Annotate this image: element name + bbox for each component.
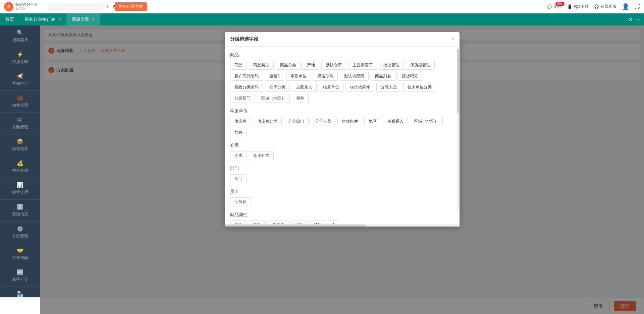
field-tag-payment-conditions[interactable]: 收付款条件 — [345, 83, 374, 92]
header-right: 💬 消息 99+ 📱 App下载 🎧 在线客服 👤 ⛶ — [547, 3, 640, 10]
sidebar-item-search[interactable]: 🔍 搜索菜单 — [0, 25, 40, 47]
field-tag-goods-type[interactable]: 商品类型 — [249, 61, 274, 70]
field-tag-goods-alias[interactable]: 商品别名 — [371, 72, 395, 81]
sidebar-item-finance[interactable]: 💰 资金管理 — [0, 156, 40, 178]
avatar-icon: 👤 — [622, 3, 629, 10]
section-dept: 部门 部门 — [230, 166, 454, 183]
sidebar-item-newbie[interactable]: 🆕 新手引导 — [0, 265, 40, 287]
app-download[interactable]: 📱 App下载 — [567, 4, 589, 9]
field-tag-mgmt-dept[interactable]: 分管部门 — [230, 94, 255, 103]
field-tag-short-name[interactable]: 简称 — [292, 94, 309, 103]
expand-icon[interactable]: ⛶ — [635, 4, 640, 10]
tab-new-plan-label: 新建方案 — [72, 16, 89, 22]
field-tag-one[interactable]: 1 — [328, 221, 339, 224]
search-menu-icon: 🔍 — [17, 29, 23, 36]
dropdown-arrow[interactable]: ▼ — [105, 4, 110, 9]
field-tag-partner-category[interactable]: 往来单位分类 — [403, 83, 436, 92]
sidebar-item-quick-nav[interactable]: ⚡ 快捷导航 — [0, 47, 40, 69]
logo-sub: 标普版 — [15, 7, 38, 11]
sidebar-item-purchase[interactable]: 🛒 采购管理 — [0, 113, 40, 134]
field-tag-main-contact[interactable]: 主联系人 — [292, 83, 317, 92]
field-tag-supplier-category[interactable]: 供应商分类 — [253, 117, 282, 126]
field-tag-batch-mgmt[interactable]: 批次管理 — [379, 61, 404, 70]
tab-home[interactable]: 首页 — [0, 13, 19, 25]
field-tag-retail-unit[interactable]: 零售单位 — [286, 72, 311, 81]
content-area: 采购订单执行表方案设置 1 选择模板 ○ 汇总表 ● 交叉统计表 2 方案配置 … — [40, 25, 644, 314]
field-tag-warehouse-category[interactable]: 仓库分类 — [265, 83, 290, 92]
field-tag-region[interactable]: 区域（地区） — [257, 94, 290, 103]
field-tag-short-name2[interactable]: 简称 — [230, 128, 247, 137]
message-count: 99+ — [555, 2, 565, 6]
search-input[interactable] — [48, 3, 104, 10]
field-tag-region2[interactable]: 区域（地区） — [410, 117, 443, 126]
user-avatar[interactable]: 👤 — [622, 3, 629, 10]
sidebar-item-collab[interactable]: 🤝 企业协同 — [0, 243, 40, 265]
sidebar-label-finance: 资金管理 — [12, 168, 28, 174]
logo-icon: 6 — [4, 2, 13, 11]
field-tag-settlement-unit[interactable]: 结算单位 — [319, 83, 343, 92]
field-tag-multi-spec[interactable]: 多规格 — [268, 221, 288, 224]
sidebar-item-inventory[interactable]: 📦 库存核算 — [0, 134, 40, 156]
field-tag-manager-person[interactable]: 分管人员 — [376, 83, 401, 92]
online-service[interactable]: 🎧 在线客服 — [594, 4, 616, 9]
close-window-icon[interactable]: ✕ — [629, 17, 633, 22]
field-tag-mgmt-dept2[interactable]: 分管部门 — [284, 117, 309, 126]
sidebar-label-sales: 销售管理 — [12, 103, 28, 108]
field-tag-expiry-mgmt[interactable]: 保质期管理 — [406, 61, 435, 70]
field-tag-origin[interactable]: 产地 — [303, 61, 319, 70]
sidebar-item-basic-info[interactable]: ℹ️ 基础信息 — [0, 200, 40, 222]
sidebar-item-marketing[interactable]: 📢 营销推广 — [0, 69, 40, 91]
field-tag-warehouse[interactable]: 仓库 — [230, 151, 247, 160]
logo-area: 6 畅捷通好生意 标普版 — [4, 2, 44, 11]
modal-vertical-scrollbar[interactable] — [457, 49, 459, 210]
modal-horizontal-scrollbar[interactable] — [225, 224, 460, 227]
field-tag-default-warehouse[interactable]: 默认仓库 — [321, 61, 346, 70]
sidebar-item-system[interactable]: ⚙️ 系统管理 — [0, 222, 40, 243]
message-badge[interactable]: 💬 消息 99+ — [547, 4, 562, 9]
sidebar-label-newbie: 新手引导 — [12, 277, 28, 282]
field-tag-main-contact2[interactable]: 主联系人 — [383, 117, 408, 126]
field-tag-tax-code[interactable]: 税收分类编码 — [230, 83, 263, 92]
section-partner: 往来单位 供应商 供应商分类 分管部门 分管人员 付款条件 地区 主联系人 区域… — [230, 108, 454, 137]
logo-name: 畅捷通好生意 — [15, 2, 38, 7]
quick-nav-icon: ⚡ — [17, 51, 23, 58]
field-tag-spec-model[interactable]: 规格型号 — [313, 72, 338, 81]
field-tag-payment-cond2[interactable]: 付款条件 — [337, 117, 362, 126]
marketing-icon: 📢 — [17, 73, 23, 79]
field-tag-main-supplier[interactable]: 主要供应商 — [348, 61, 377, 70]
field-tag-shoe-size[interactable]: 鞋码 — [309, 221, 326, 224]
modal-close-button[interactable]: × — [451, 36, 454, 42]
field-tag-dept[interactable]: 部门 — [230, 174, 247, 183]
tab-purchase-close[interactable]: ✕ — [58, 17, 61, 22]
nav-more-icon[interactable]: ⋯ — [635, 17, 640, 22]
field-tag-area2[interactable]: 地区 — [364, 117, 381, 126]
main-layout: 🔍 搜索菜单 ⚡ 快捷导航 📢 营销推广 💼 销售管理 🛒 采购管理 📦 库存核… — [0, 25, 644, 314]
sidebar-item-sales[interactable]: 💼 销售管理 — [0, 91, 40, 113]
field-tag-attr[interactable]: 属性 — [230, 221, 247, 224]
field-tag-default-supplier[interactable]: 默认供应商 — [340, 72, 369, 81]
field-tag-goods[interactable]: 商品 — [230, 61, 247, 70]
goods-attr-field-tags: 属性 颜色 多规格 尺码 鞋码 1 — [230, 221, 454, 224]
tab-new-plan-close[interactable]: ✕ — [92, 17, 95, 22]
field-tag-weight3[interactable]: 重量3 — [265, 72, 284, 81]
field-tag-size[interactable]: 尺码 — [290, 221, 307, 224]
field-tag-warehouse-cat[interactable]: 仓库分类 — [249, 151, 274, 160]
field-select-modal: 分组待选字段 × 商品 商品 商品类型 商品分类 产地 默认仓库 主要供应商 — [225, 32, 460, 227]
field-tag-goods-category[interactable]: 商品分类 — [276, 61, 301, 70]
field-tag-customer-goods-code[interactable]: 客户商品编码 — [230, 72, 263, 81]
newbie-icon: 🆕 — [17, 269, 23, 275]
field-tag-supplier[interactable]: 供应商 — [230, 117, 251, 126]
tab-home-label: 首页 — [5, 16, 14, 22]
message-icon: 💬 — [547, 4, 552, 9]
tab-new-plan[interactable]: 新建方案 ✕ — [66, 13, 100, 25]
tab-purchase-list[interactable]: 采购订单执行表 ✕ — [19, 13, 66, 25]
field-tag-salesperson[interactable]: 业务员 — [230, 197, 251, 206]
field-tag-color[interactable]: 颜色 — [249, 221, 266, 224]
field-tag-pick-points[interactable]: 拣货积分 — [397, 72, 422, 81]
section-employee: 员工 业务员 — [230, 189, 454, 206]
scrollbar-thumb — [225, 225, 366, 227]
field-tag-mgmt-person2[interactable]: 分管人员 — [311, 117, 335, 126]
experience-btn[interactable]: 体验行业方案 — [115, 2, 147, 11]
vscroll-thumb — [457, 49, 459, 113]
sidebar-item-operation[interactable]: 📊 经营管理 — [0, 178, 40, 200]
